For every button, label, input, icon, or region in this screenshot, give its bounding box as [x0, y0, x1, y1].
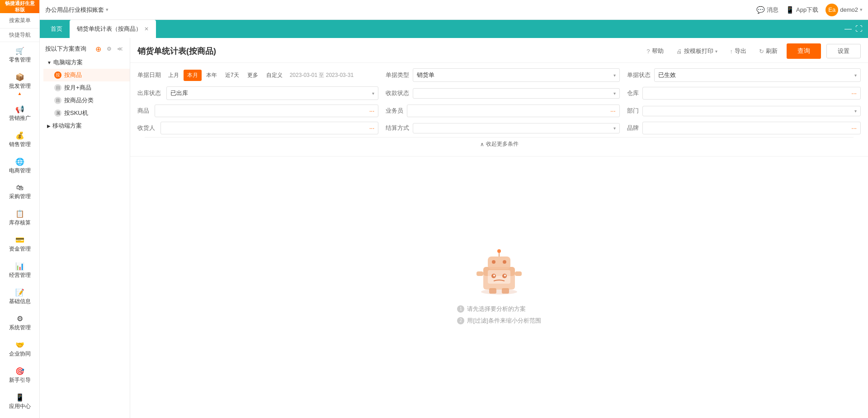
tree-group-pc-title[interactable]: ▼ 电脑端方案: [43, 56, 130, 69]
settings-button[interactable]: 设置: [826, 44, 861, 58]
step2-num: 2: [457, 317, 464, 324]
sidebar-item-purchase[interactable]: 🛍 采购管理: [0, 179, 39, 205]
date-btn-this-month[interactable]: 本月: [184, 70, 202, 81]
payment-method-label: 结算方式: [386, 124, 409, 132]
sidebar-search[interactable]: 搜索菜单: [0, 13, 39, 28]
product-ellipsis: ···: [369, 107, 375, 114]
warehouse-cell: 仓库 ···: [620, 87, 861, 100]
payment-status-select[interactable]: ▾: [413, 88, 619, 99]
sidebar-quick-nav[interactable]: 快捷导航: [0, 28, 39, 42]
message-icon: 💬: [756, 6, 765, 14]
svg-point-7: [504, 275, 506, 276]
help-icon: ?: [646, 48, 650, 55]
inventory-icon: 📋: [15, 209, 24, 218]
tree-item-by-sku[interactable]: 属 按SKU机: [43, 107, 130, 119]
left-panel-header: 按以下方案查询 ⊕ ⚙ ≪: [40, 42, 130, 56]
tab-close-icon[interactable]: ✕: [144, 26, 149, 32]
tab-minimize-icon[interactable]: —: [844, 25, 852, 33]
collapse-btn[interactable]: ∧ 收起更多条件: [137, 138, 861, 151]
salesperson-label: 业务员: [386, 107, 403, 115]
app-logo[interactable]: 畅捷通好生意 标版: [0, 0, 40, 13]
sidebar-item-ecom[interactable]: 🌐 电商管理: [0, 153, 39, 179]
sidebar-item-operation[interactable]: 📊 经营管理: [0, 257, 39, 284]
tree-item-by-month-product[interactable]: 日 按月+商品: [43, 81, 130, 94]
export-btn[interactable]: ↑ 导出: [726, 45, 750, 57]
payment-status-arrow-icon: ▾: [613, 91, 616, 96]
payment-status-label: 收款状态: [386, 89, 409, 97]
out-status-cell: 出库状态 已出库 ▾: [137, 86, 378, 100]
date-btn-custom[interactable]: 自定义: [263, 70, 286, 81]
left-panel: 按以下方案查询 ⊕ ⚙ ≪ ▼ 电脑端方案 按 按商品 日: [40, 38, 130, 418]
sidebar-item-label: 应用中心: [9, 403, 31, 410]
tab-maximize-icon[interactable]: ⛶: [855, 25, 863, 33]
query-button[interactable]: 查询: [787, 43, 821, 59]
doc-status-arrow-icon: ▾: [854, 73, 857, 78]
product-select[interactable]: ···: [155, 104, 378, 117]
sidebar-item-apps[interactable]: 📱 应用中心: [0, 389, 39, 415]
messages-btn[interactable]: 💬 消息: [756, 6, 778, 14]
doc-status-select[interactable]: 已生效 ▾: [654, 68, 861, 82]
department-label: 部门: [627, 107, 639, 115]
svg-rect-11: [502, 288, 509, 294]
sidebar-item-sales[interactable]: 💰 销售管理: [0, 127, 39, 153]
recipient-select[interactable]: ···: [160, 122, 378, 134]
department-select[interactable]: ▾: [642, 106, 861, 116]
sidebar-item-guide[interactable]: 🎯 新手引导: [0, 362, 39, 389]
tree-item-by-category[interactable]: 目 按商品分类: [43, 94, 130, 107]
header-right: 💬 消息 📱 App下载 Ea demo2 ▾: [756, 4, 863, 16]
sidebar-item-basic[interactable]: 📝 基础信息: [0, 284, 39, 310]
sidebar-item-wholesale[interactable]: 📦 批发管理 ▲: [0, 68, 39, 100]
doc-type-filter-cell: 单据类型 销货单 ▾: [378, 68, 619, 82]
main-sidebar: 畅捷通好生意 标版 搜索菜单 快捷导航 🛒 零售管理 📦 批发管理 ▲ 📢 营销…: [0, 0, 40, 418]
tree-group-pc-label: 电脑端方案: [53, 58, 83, 66]
sidebar-item-label: 销售管理: [9, 141, 31, 148]
ecom-icon: 🌐: [15, 157, 24, 166]
date-range-display: 2023-03-01 至 2023-03-31: [290, 71, 354, 79]
refresh-btn[interactable]: ↻ 刷新: [755, 45, 781, 57]
payment-method-select[interactable]: ▾: [413, 123, 619, 133]
department-cell: 部门 ▾: [620, 106, 861, 116]
tree-item-by-product[interactable]: 按 按商品: [43, 69, 130, 81]
out-status-select[interactable]: 已出库 ▾: [166, 86, 378, 100]
apps-icon: 📱: [15, 393, 24, 402]
department-arrow-icon: ▾: [854, 109, 857, 114]
salesperson-select[interactable]: ···: [407, 104, 619, 117]
svg-point-0: [481, 289, 517, 294]
date-btn-more[interactable]: 更多: [244, 70, 262, 81]
brand-select[interactable]: ···: [642, 122, 861, 134]
sidebar-item-system[interactable]: ⚙ 系统管理: [0, 310, 39, 336]
add-scheme-icon[interactable]: ⊕: [94, 44, 103, 53]
brand-cell: 品牌 ···: [620, 122, 861, 134]
right-content: 销货单统计表(按商品) ? 帮助 🖨 按模板打印 ▾ ↑ 导出: [130, 38, 868, 418]
date-btn-this-year[interactable]: 本年: [203, 70, 221, 81]
sidebar-item-marketing[interactable]: 📢 营销推广: [0, 100, 39, 127]
sidebar-item-finance[interactable]: 💳 资金管理: [0, 231, 39, 257]
settings-scheme-icon[interactable]: ⚙: [104, 44, 113, 53]
salesperson-cell: 业务员 ···: [378, 104, 619, 117]
collapse-panel-icon[interactable]: ≪: [115, 44, 124, 53]
tree-group-mobile: ▶ 移动端方案: [40, 119, 130, 132]
industry-selector[interactable]: 办公用品行业模拟账套 ▾: [45, 6, 108, 14]
sidebar-item-inventory[interactable]: 📋 库存核算: [0, 205, 39, 231]
sidebar-item-coop[interactable]: 🤝 企业协同: [0, 336, 39, 362]
app-download-btn[interactable]: 📱 App下载: [786, 6, 818, 14]
doc-type-select[interactable]: 销货单 ▾: [413, 68, 619, 82]
sidebar-item-retail[interactable]: 🛒 零售管理: [0, 42, 39, 68]
tab-report[interactable]: 销货单统计表（按商品） ✕: [70, 20, 156, 38]
out-status-label: 出库状态: [137, 89, 161, 97]
sidebar-item-wechat[interactable]: 💬 企业微信: [0, 415, 39, 418]
print-btn[interactable]: 🖨 按模板打印 ▾: [673, 45, 721, 57]
date-btn-last-month[interactable]: 上月: [165, 70, 183, 81]
sidebar-item-label: 企业协同: [9, 350, 31, 358]
tree-group-mobile-title[interactable]: ▶ 移动端方案: [43, 119, 130, 132]
user-avatar: Ea: [826, 4, 838, 16]
help-btn[interactable]: ? 帮助: [643, 45, 667, 57]
by-month-product-icon: 日: [54, 84, 61, 91]
date-btn-7days[interactable]: 近7天: [222, 70, 243, 81]
guide-icon: 🎯: [15, 367, 24, 375]
tree-item-by-product-label: 按商品: [64, 71, 82, 79]
purchase-icon: 🛍: [16, 184, 24, 192]
warehouse-select[interactable]: ···: [642, 87, 861, 100]
user-menu[interactable]: Ea demo2 ▾: [826, 4, 863, 16]
tab-home[interactable]: 首页: [43, 20, 70, 38]
